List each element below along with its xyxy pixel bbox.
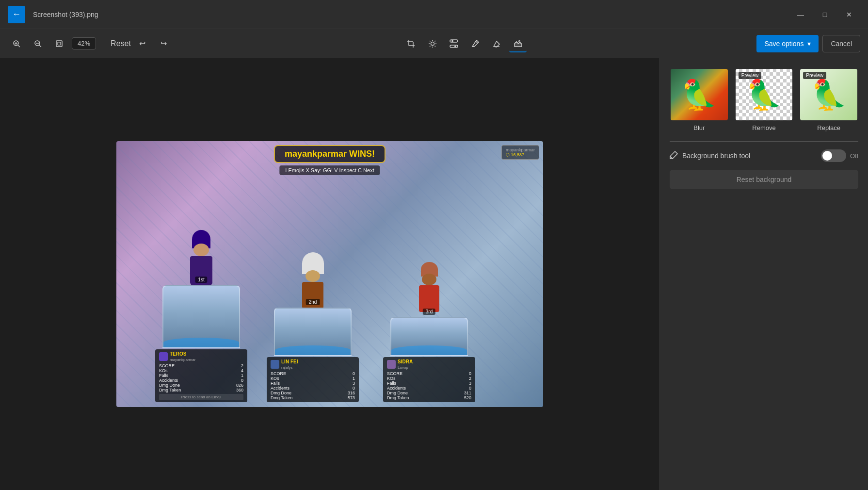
game-score-display: ⬡ 16,887 xyxy=(506,152,535,157)
eraser-tool-button[interactable] xyxy=(488,35,505,52)
p1-score-val: 2 xyxy=(241,363,243,368)
bg-option-blur[interactable]: Blur xyxy=(670,68,729,131)
p1-falls-val: 1 xyxy=(241,373,243,378)
player3-podium: 3rd SIDRA Luvop xyxy=(383,257,475,402)
player2-rank: 2nd xyxy=(306,299,320,305)
bg-option-blur-label: Blur xyxy=(670,124,729,131)
player1-dmgtaken-row: Dmg Taken 360 xyxy=(159,388,243,392)
brush-tool-toggle[interactable] xyxy=(821,149,846,162)
zoom-value[interactable]: 42% xyxy=(72,37,96,49)
reset-button[interactable]: Reset xyxy=(112,35,129,52)
player1-emojis-hint: Press to send an Emoji xyxy=(159,394,243,400)
minimize-button[interactable]: — xyxy=(789,6,812,23)
file-title: Screenshot (393).png xyxy=(33,11,98,18)
char3-head xyxy=(422,274,436,285)
player2-char xyxy=(296,252,330,306)
game-image: mayankparmar WINS! I Emojis X Say: GG! V… xyxy=(116,141,543,407)
main-content: mayankparmar WINS! I Emojis X Say: GG! V… xyxy=(0,58,868,490)
p3-falls-val: 3 xyxy=(469,381,471,386)
player3-scorecard: SIDRA Luvop SCORE 0 KOs 2 xyxy=(383,357,475,402)
player2-falls-row: Falls 3 xyxy=(271,381,355,386)
game-controls-text: I Emojis X Say: GG! V Inspect C Next xyxy=(285,167,374,173)
p3-accidents-label: Accidents xyxy=(387,386,406,391)
background-tool-button[interactable] xyxy=(509,35,527,52)
player3-sub: Luvop xyxy=(398,365,413,370)
brush-tool-label: Background brush tool xyxy=(670,150,815,161)
reset-label: Reset xyxy=(111,39,131,48)
player1-accidents-row: Accidents 0 xyxy=(159,378,243,383)
svg-rect-8 xyxy=(58,42,61,45)
player3-info: SIDRA Luvop xyxy=(387,359,471,370)
game-controls-bar: I Emojis X Say: GG! V Inspect C Next xyxy=(279,165,380,175)
player3-accidents-row: Accidents 0 xyxy=(387,386,471,391)
save-options-button[interactable]: Save options ▾ xyxy=(756,35,819,52)
player1-podium: 1st TEROS mayankparmar xyxy=(155,225,247,402)
char2-head xyxy=(305,270,320,282)
svg-rect-23 xyxy=(450,40,458,42)
player2-figure xyxy=(267,247,359,306)
player3-column: 3rd xyxy=(390,317,468,356)
player2-scorecard: LIN FEI rajafys SCORE 0 KOs 1 xyxy=(267,357,359,402)
game-avatar-area: mayankparmar ⬡ 16,887 xyxy=(501,145,539,160)
p3-kos-val: 2 xyxy=(469,376,471,381)
zoom-out-button[interactable] xyxy=(29,35,47,52)
back-icon: ← xyxy=(12,9,21,19)
p1-accidents-label: Accidents xyxy=(159,378,178,383)
zoom-in-button[interactable] xyxy=(8,35,25,52)
toggle-knob xyxy=(822,151,832,161)
player1-figure xyxy=(155,225,247,283)
bg-option-remove[interactable]: Preview Remove xyxy=(735,68,794,131)
bg-option-remove-label: Remove xyxy=(735,124,794,131)
p2-falls-label: Falls xyxy=(271,381,280,386)
eraser-icon xyxy=(492,39,501,48)
winner-text: mayankparmar WINS! xyxy=(285,149,375,159)
p2-kos-val: 1 xyxy=(353,376,355,381)
svg-line-19 xyxy=(434,46,435,46)
divider-1 xyxy=(104,36,104,51)
undo-button[interactable]: ↩ xyxy=(133,35,151,52)
player2-accidents-row: Accidents 0 xyxy=(271,386,355,391)
player2-sub: rajafys xyxy=(281,365,298,370)
player1-name: TEROS xyxy=(170,351,195,357)
p2-dmgdone-label: Dmg Done xyxy=(271,391,291,395)
close-button[interactable]: ✕ xyxy=(838,6,860,23)
draw-tool-button[interactable] xyxy=(466,35,484,52)
titlebar: ← Screenshot (393).png — □ ✕ xyxy=(0,0,868,29)
redo-button[interactable]: ↪ xyxy=(155,35,172,52)
bg-option-remove-thumb: Preview xyxy=(735,68,794,121)
maximize-button[interactable]: □ xyxy=(814,6,836,23)
char1-head xyxy=(193,244,209,256)
bg-option-replace[interactable]: Preview Replace xyxy=(799,68,858,131)
p1-dmgtaken-label: Dmg Taken xyxy=(159,388,181,392)
crop-tool-button[interactable] xyxy=(402,35,420,52)
p2-kos-label: KOs xyxy=(271,376,279,381)
player2-kos-row: KOs 1 xyxy=(271,376,355,381)
back-button[interactable]: ← xyxy=(8,6,25,23)
canvas-area: mayankparmar WINS! I Emojis X Say: GG! V… xyxy=(0,58,659,490)
brightness-icon xyxy=(428,39,437,48)
zoom-fit-button[interactable] xyxy=(50,35,68,52)
toolbar-center xyxy=(176,35,753,52)
cancel-button[interactable]: Cancel xyxy=(822,35,860,52)
player3-char xyxy=(412,262,446,315)
image-container: mayankparmar WINS! I Emojis X Say: GG! V… xyxy=(116,141,543,407)
brightness-tool-button[interactable] xyxy=(424,35,441,52)
p1-accidents-val: 0 xyxy=(241,378,243,383)
save-dropdown-icon: ▾ xyxy=(807,40,811,48)
svg-line-21 xyxy=(430,46,430,46)
player2-name: LIN FEI xyxy=(281,359,298,364)
right-panel: Blur Preview Remove Preview Replace xyxy=(659,58,868,490)
adjust-tool-button[interactable] xyxy=(445,35,463,52)
player1-dmgdone-row: Dmg Done 826 xyxy=(159,383,243,388)
player1-rank: 1st xyxy=(195,277,207,283)
p1-score-label: SCORE xyxy=(159,363,175,368)
background-icon xyxy=(514,39,522,48)
player2-dmgtaken-row: Dmg Taken 573 xyxy=(271,395,355,400)
bg-option-replace-thumb: Preview xyxy=(799,68,858,121)
reset-background-button[interactable]: Reset background xyxy=(670,170,858,189)
player2-dmgdone-row: Dmg Done 316 xyxy=(271,391,355,395)
player3-rank: 3rd xyxy=(423,309,435,315)
zoom-in-icon xyxy=(13,40,20,48)
redo-icon: ↪ xyxy=(161,39,167,48)
player1-info: TEROS mayankparmar xyxy=(159,351,243,362)
